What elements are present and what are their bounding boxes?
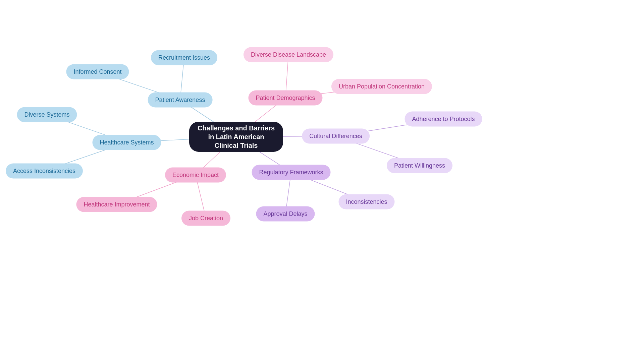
recruitment-issues-node[interactable]: Recruitment Issues (151, 50, 217, 65)
urban-population-node[interactable]: Urban Population Concentration (331, 79, 432, 94)
diverse-systems-node[interactable]: Diverse Systems (17, 107, 77, 122)
access-inconsistencies-node[interactable]: Access Inconsistencies (6, 164, 83, 179)
healthcare-systems-node[interactable]: Healthcare Systems (92, 135, 161, 150)
approval-delays-node[interactable]: Approval Delays (256, 206, 315, 222)
economic-impact-node[interactable]: Economic Impact (165, 168, 226, 183)
mind-map-container: Challenges and Barriers in Latin America… (0, 0, 644, 363)
patient-demographics-node[interactable]: Patient Demographics (248, 90, 322, 106)
center-node[interactable]: Challenges and Barriers in Latin America… (189, 122, 283, 152)
patient-awareness-node[interactable]: Patient Awareness (148, 93, 213, 108)
diverse-disease-node[interactable]: Diverse Disease Landscape (244, 47, 333, 62)
job-creation-node[interactable]: Job Creation (181, 211, 230, 226)
healthcare-improvement-node[interactable]: Healthcare Improvement (76, 197, 157, 212)
informed-consent-node[interactable]: Informed Consent (66, 64, 129, 79)
patient-willingness-node[interactable]: Patient Willingness (387, 158, 452, 173)
adherence-protocols-node[interactable]: Adherence to Protocols (405, 112, 482, 127)
cultural-differences-node[interactable]: Cultural Differences (302, 129, 370, 144)
regulatory-frameworks-node[interactable]: Regulatory Frameworks (252, 165, 330, 180)
inconsistencies-node[interactable]: Inconsistencies (338, 194, 394, 209)
